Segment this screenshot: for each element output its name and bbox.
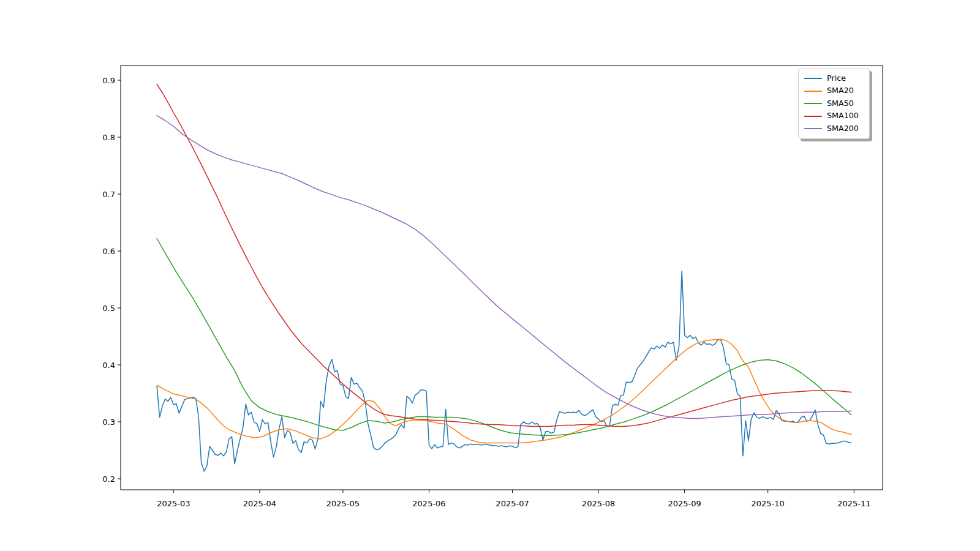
legend-label: SMA50 [827, 100, 854, 108]
legend: PriceSMA20SMA50SMA100SMA200 [798, 69, 870, 139]
series-line-sma50 [157, 239, 851, 436]
y-tick-label: 0.4 [102, 361, 115, 370]
price-chart-figure: 0.20.30.40.50.60.70.80.92025-032025-0420… [0, 0, 980, 551]
legend-line-sample-icon [804, 128, 822, 129]
legend-line-sample-icon [804, 116, 822, 117]
x-tick-label: 2025-09 [668, 499, 701, 508]
legend-entry-sma100: SMA100 [804, 110, 864, 123]
legend-label: SMA200 [827, 125, 859, 133]
y-tick-label: 0.7 [102, 190, 115, 199]
y-tick-label: 0.6 [102, 247, 115, 256]
x-tick-label: 2025-03 [157, 499, 190, 508]
y-tick-label: 0.5 [102, 304, 115, 313]
legend-label: Price [827, 75, 846, 83]
x-tick-label: 2025-07 [496, 499, 529, 508]
y-tick-label: 0.8 [102, 133, 115, 142]
legend-line-sample-icon [804, 91, 822, 92]
y-tick-label: 0.3 [102, 418, 115, 427]
legend-entry-sma20: SMA20 [804, 85, 864, 98]
legend-line-sample-icon [804, 78, 822, 79]
legend-line-sample-icon [804, 103, 822, 104]
y-tick-label: 0.2 [102, 474, 115, 484]
axes-frame [121, 66, 883, 490]
series-line-price [157, 271, 851, 471]
x-tick-label: 2025-06 [412, 499, 445, 508]
legend-entry-sma50: SMA50 [804, 97, 864, 110]
series-line-sma200 [157, 116, 851, 419]
x-tick-label: 2025-08 [582, 499, 615, 508]
series-line-sma100 [157, 84, 851, 427]
legend-entry-sma200: SMA200 [804, 122, 864, 135]
x-tick-label: 2025-04 [243, 499, 276, 508]
x-tick-label: 2025-11 [837, 499, 870, 508]
legend-entry-price: Price [804, 72, 864, 85]
legend-label: SMA20 [827, 87, 854, 95]
x-tick-label: 2025-05 [326, 499, 360, 508]
y-tick-label: 0.9 [102, 76, 115, 85]
legend-label: SMA100 [827, 112, 859, 120]
x-tick-label: 2025-10 [752, 499, 785, 508]
